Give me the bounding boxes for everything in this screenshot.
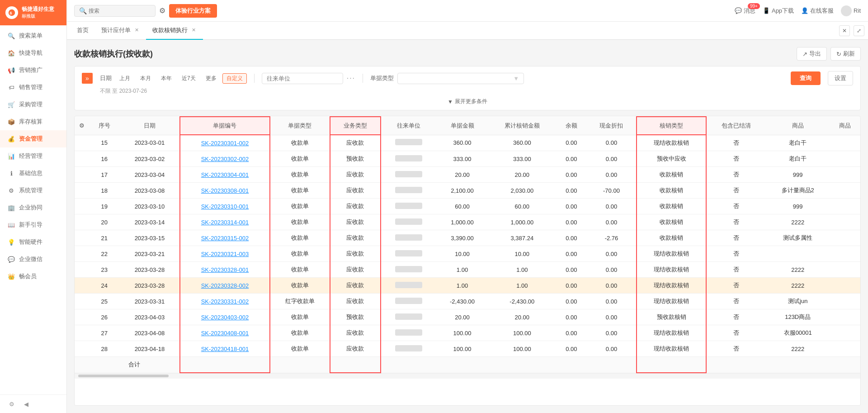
- td-counterpart: [381, 167, 437, 183]
- td-product: 999: [766, 167, 830, 183]
- counterpart-dots[interactable]: ···: [347, 74, 355, 82]
- td-product: 多计量商品2: [766, 183, 830, 199]
- td-writeoff-type: 收款核销: [637, 199, 706, 214]
- td-voucher-type: 收款单: [270, 246, 330, 262]
- voucher-link[interactable]: SK-20230302-002: [201, 156, 249, 162]
- table-scrollbar[interactable]: [75, 373, 860, 379]
- settings-btn[interactable]: 设置: [828, 71, 853, 85]
- sidebar-item-operation[interactable]: 📊 经营管理: [0, 147, 66, 165]
- settings-icon[interactable]: ⚙: [7, 399, 16, 408]
- app-download-btn[interactable]: 📱 App下载: [763, 7, 794, 15]
- close-window-btn[interactable]: ✕: [839, 25, 850, 36]
- sidebar-item-inventory[interactable]: 📦 库存核算: [0, 113, 66, 130]
- td-include-settled: 否: [706, 214, 766, 230]
- td-product: 2222: [766, 262, 830, 278]
- voucher-link[interactable]: SK-20230331-002: [201, 298, 249, 305]
- refresh-btn[interactable]: ↻ 刷新: [830, 47, 861, 61]
- sidebar-item-sales[interactable]: 🏷 销售管理: [0, 79, 66, 96]
- td-cash-discount: 0.00: [587, 167, 637, 183]
- voucher-link[interactable]: SK-20230314-001: [201, 219, 249, 226]
- voucher-link[interactable]: SK-20230301-002: [201, 140, 249, 147]
- industry-btn[interactable]: 体验行业方案: [169, 4, 217, 18]
- voucher-link[interactable]: SK-20230408-001: [201, 330, 249, 337]
- td-settings: [75, 135, 89, 151]
- purchase-icon: 🛒: [7, 100, 15, 109]
- search-box[interactable]: 🔍: [74, 5, 156, 17]
- messages-btn[interactable]: 💬 消息 99+: [735, 7, 755, 15]
- td-date: 2023-03-21: [119, 246, 180, 262]
- tab-collection[interactable]: 收款核销执行 ✕: [146, 22, 203, 40]
- filter-divider-2: [363, 74, 363, 83]
- sidebar-item-fund[interactable]: 💰 资金管理: [0, 130, 66, 147]
- sidebar-item-wechat[interactable]: 💬 企业微信: [0, 251, 66, 268]
- refresh-icon: ↻: [836, 51, 841, 57]
- voucher-link[interactable]: SK-20230403-002: [201, 314, 249, 321]
- maximize-btn[interactable]: ⤢: [854, 25, 864, 36]
- voucher-link[interactable]: SK-20230308-001: [201, 187, 249, 194]
- sidebar-item-hardware[interactable]: 💡 智能硬件: [0, 233, 66, 251]
- sidebar-item-search[interactable]: 🔍 搜索菜单: [0, 27, 66, 44]
- voucher-link[interactable]: SK-20230418-001: [201, 346, 249, 352]
- col-settings-icon[interactable]: ⚙: [79, 122, 85, 129]
- tab-prepaid[interactable]: 预计应付单 ✕: [95, 22, 146, 40]
- user-menu[interactable]: Rit: [841, 5, 861, 16]
- td-writeoff-type: 预收中应收: [637, 151, 706, 167]
- sidebar-item-label-marketing: 营销推广: [19, 66, 42, 74]
- messages-badge: 99+: [748, 3, 760, 9]
- export-label: 导出: [809, 50, 821, 58]
- table-scroll[interactable]: ⚙ 序号 日期 单据编号 单据类型 业务类型 往来单位 单据金额 累计核销金额 …: [75, 116, 860, 373]
- date-btn-custom[interactable]: 自定义: [222, 73, 247, 84]
- voucher-link[interactable]: SK-20230310-001: [201, 203, 249, 210]
- td-writeoff-type: 现结收款核销: [637, 325, 706, 341]
- td-counterpart: [381, 294, 437, 309]
- counterpart-input[interactable]: [262, 73, 343, 84]
- td-amount: 2,100.00: [437, 183, 488, 199]
- sidebar-item-marketing[interactable]: 📢 营销推广: [0, 62, 66, 79]
- date-btn-this-year[interactable]: 本年: [157, 73, 176, 84]
- td-include-settled: 否: [706, 230, 766, 246]
- collapse-icon[interactable]: ◀: [22, 399, 31, 408]
- tab-home[interactable]: 首页: [71, 22, 95, 40]
- date-btn-last-month[interactable]: 上月: [115, 73, 134, 84]
- export-btn[interactable]: ↗ 导出: [797, 47, 827, 61]
- voucher-link[interactable]: SK-20230321-003: [201, 251, 249, 257]
- gear-icon[interactable]: ⚙: [159, 6, 165, 15]
- voucher-link[interactable]: SK-20230304-001: [201, 171, 249, 178]
- td-product2: [830, 199, 861, 214]
- sidebar-item-guide[interactable]: 📖 新手引导: [0, 216, 66, 233]
- sidebar-item-purchase[interactable]: 🛒 采购管理: [0, 96, 66, 113]
- filter-expand-btn[interactable]: »: [82, 73, 93, 84]
- voucher-link[interactable]: SK-20230328-002: [201, 282, 249, 289]
- th-writeoff-type: 核销类型: [637, 117, 706, 135]
- data-table-wrapper: ⚙ 序号 日期 单据编号 单据类型 业务类型 往来单位 单据金额 累计核销金额 …: [74, 116, 861, 406]
- app-download-label: App下载: [772, 7, 794, 15]
- td-counterpart: [381, 341, 437, 357]
- quick-icon: 🏠: [7, 49, 15, 57]
- tab-prepaid-close[interactable]: ✕: [133, 27, 140, 33]
- td-date: 2023-03-15: [119, 230, 180, 246]
- table-row: 16 2023-03-02 SK-20230302-002 收款单 预收款 33…: [75, 151, 860, 167]
- voucher-type-select[interactable]: ▼: [397, 73, 524, 84]
- td-cash-discount: 0.00: [587, 246, 637, 262]
- query-btn[interactable]: 查询: [791, 71, 821, 85]
- voucher-link[interactable]: SK-20230315-002: [201, 235, 249, 242]
- td-voucher-no: SK-20230331-002: [180, 294, 269, 309]
- td-biz-type: 预收款: [330, 151, 381, 167]
- scrollbar-thumb[interactable]: [78, 375, 169, 377]
- date-btn-more[interactable]: 更多: [202, 73, 221, 84]
- tab-collection-close[interactable]: ✕: [190, 27, 197, 33]
- td-writeoff-type: 收款核销: [637, 167, 706, 183]
- search-input[interactable]: [89, 8, 143, 14]
- date-btn-this-month[interactable]: 本月: [136, 73, 155, 84]
- th-settings[interactable]: ⚙: [75, 117, 89, 135]
- sidebar-item-member[interactable]: 👑 畅会员: [0, 268, 66, 285]
- online-service-btn[interactable]: 👤 在线客服: [801, 7, 834, 15]
- expand-more-btn[interactable]: ▼ 展开更多条件: [448, 98, 487, 105]
- date-btn-7days[interactable]: 近7天: [178, 73, 200, 84]
- sidebar-item-system[interactable]: ⚙ 系统管理: [0, 182, 66, 199]
- voucher-link[interactable]: SK-20230328-001: [201, 266, 249, 273]
- sidebar-item-basic[interactable]: ℹ 基础信息: [0, 165, 66, 182]
- sidebar-item-quick[interactable]: 🏠 快捷导航: [0, 44, 66, 62]
- td-product: 2222: [766, 341, 830, 357]
- sidebar-item-enterprise[interactable]: 🏢 企业协同: [0, 199, 66, 216]
